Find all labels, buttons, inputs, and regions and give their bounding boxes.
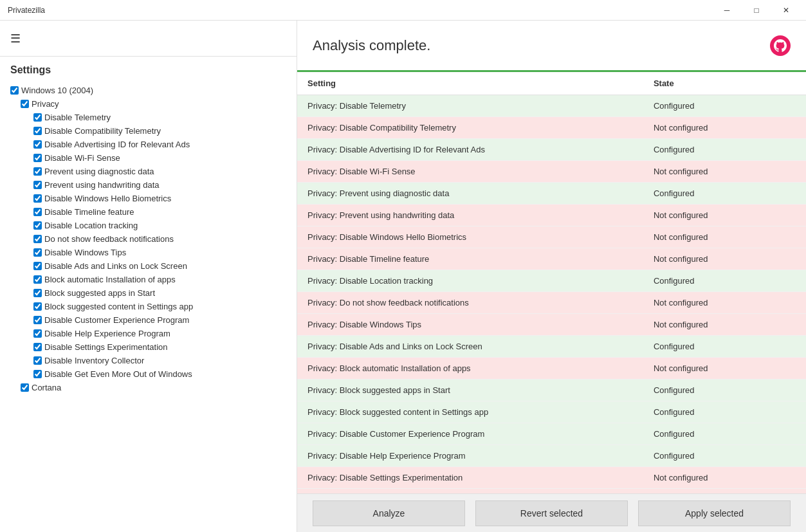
sidebar-item-label: Disable Telemetry <box>44 113 111 122</box>
title-bar: Privatezilla ─ □ ✕ <box>0 0 806 21</box>
table-row[interactable]: Privacy: Disable Advertising ID for Rele… <box>297 139 806 161</box>
sidebar-item[interactable]: Windows 10 (2004) <box>0 84 297 97</box>
analyze-button[interactable]: Analyze <box>313 500 465 526</box>
hamburger-icon[interactable]: ☰ <box>10 32 21 46</box>
maximize-button[interactable]: □ <box>742 0 771 21</box>
table-cell-setting: Privacy: Prevent using handwriting data <box>297 205 643 226</box>
bottom-bar: Analyze Revert selected Apply selected <box>297 493 806 532</box>
table-row[interactable]: Privacy: Do not show feedback notificati… <box>297 292 806 314</box>
sidebar-item[interactable]: Disable Inventory Collector <box>0 354 297 367</box>
sidebar-item[interactable]: Do not show feedback notifications <box>0 232 297 246</box>
main-header: Analysis complete. <box>297 21 806 72</box>
sidebar-item[interactable]: Block suggested apps in Start <box>0 286 297 300</box>
table-cell-state: Not configured <box>643 161 806 183</box>
sidebar-item[interactable]: Block automatic Installation of apps <box>0 273 297 286</box>
sidebar-item[interactable]: Disable Compatibility Telemetry <box>0 124 297 138</box>
table-row[interactable]: Privacy: Disable Inventory CollectorNot … <box>297 489 806 494</box>
table-row[interactable]: Privacy: Disable Compatibility Telemetry… <box>297 117 806 139</box>
table-cell-state: Not configured <box>643 489 806 494</box>
sidebar-item-label: Disable Compatibility Telemetry <box>44 126 161 136</box>
sidebar-item[interactable]: Disable Ads and Links on Lock Screen <box>0 259 297 273</box>
sidebar-item-label: Windows 10 (2004) <box>21 86 93 95</box>
table-cell-setting: Privacy: Disable Settings Experimentatio… <box>297 467 643 489</box>
table-cell-setting: Privacy: Disable Customer Experience Pro… <box>297 423 643 445</box>
window-title: Privatezilla <box>5 6 712 15</box>
close-button[interactable]: ✕ <box>771 0 801 21</box>
sidebar-item-label: Disable Advertising ID for Relevant Ads <box>44 140 190 149</box>
sidebar-item-label: Disable Windows Tips <box>44 248 126 257</box>
sidebar-item-label: Prevent using diagnostic data <box>44 167 154 176</box>
table-cell-state: Not configured <box>643 314 806 336</box>
sidebar-item-label: Disable Wi-Fi Sense <box>44 153 120 163</box>
table-cell-state: Configured <box>643 139 806 161</box>
table-row[interactable]: Privacy: Disable Ads and Links on Lock S… <box>297 336 806 358</box>
table-row[interactable]: Privacy: Disable Help Experience Program… <box>297 445 806 467</box>
sidebar-item[interactable]: Disable Advertising ID for Relevant Ads <box>0 138 297 151</box>
table-row[interactable]: Privacy: Disable Settings Experimentatio… <box>297 467 806 489</box>
table-cell-state: Configured <box>643 445 806 467</box>
github-icon[interactable] <box>770 35 791 56</box>
apply-button[interactable]: Apply selected <box>638 500 791 526</box>
window-controls: ─ □ ✕ <box>712 0 801 21</box>
table-row[interactable]: Privacy: Disable Windows TipsNot configu… <box>297 314 806 336</box>
table-cell-state: Configured <box>643 423 806 445</box>
sidebar-item-label: Disable Customer Experience Program <box>44 315 189 325</box>
sidebar-item[interactable]: Prevent using diagnostic data <box>0 165 297 178</box>
sidebar-item-label: Disable Ads and Links on Lock Screen <box>44 261 187 271</box>
table-cell-state: Not configured <box>643 248 806 270</box>
table-cell-setting: Privacy: Disable Ads and Links on Lock S… <box>297 336 643 358</box>
sidebar-item[interactable]: Privacy <box>0 97 297 111</box>
table-row[interactable]: Privacy: Disable Customer Experience Pro… <box>297 423 806 445</box>
revert-button[interactable]: Revert selected <box>475 500 628 526</box>
table-row[interactable]: Privacy: Block suggested content in Sett… <box>297 401 806 423</box>
table-cell-state: Not configured <box>643 117 806 139</box>
table-row[interactable]: Privacy: Disable Location trackingConfig… <box>297 270 806 292</box>
sidebar-tree[interactable]: Windows 10 (2004)PrivacyDisable Telemetr… <box>0 81 297 532</box>
table-cell-setting: Privacy: Disable Advertising ID for Rele… <box>297 139 643 161</box>
sidebar-item[interactable]: Disable Get Even More Out of Windows <box>0 367 297 381</box>
sidebar-item[interactable]: Prevent using handwriting data <box>0 178 297 192</box>
sidebar-item[interactable]: Disable Timeline feature <box>0 205 297 219</box>
content-area: ☰ Settings Windows 10 (2004)PrivacyDisab… <box>0 21 806 532</box>
table-row[interactable]: Privacy: Disable Timeline featureNot con… <box>297 248 806 270</box>
sidebar-item-label: Disable Timeline feature <box>44 207 134 217</box>
sidebar-item[interactable]: Disable Settings Experimentation <box>0 340 297 354</box>
minimize-button[interactable]: ─ <box>712 0 742 21</box>
sidebar-item[interactable]: Cortana <box>0 381 297 394</box>
table-cell-state: Configured <box>643 95 806 117</box>
results-table-container[interactable]: Setting State Privacy: Disable Telemetry… <box>297 72 806 493</box>
table-cell-state: Configured <box>643 270 806 292</box>
table-cell-setting: Privacy: Disable Help Experience Program <box>297 445 643 467</box>
sidebar-item[interactable]: Block suggested content in Settings app <box>0 300 297 313</box>
analysis-title: Analysis complete. <box>313 37 430 54</box>
table-row[interactable]: Privacy: Prevent using diagnostic dataCo… <box>297 183 806 205</box>
sidebar-item[interactable]: Disable Help Experience Program <box>0 327 297 340</box>
table-row[interactable]: Privacy: Disable Windows Hello Biometric… <box>297 226 806 248</box>
table-cell-state: Configured <box>643 336 806 358</box>
table-row[interactable]: Privacy: Disable TelemetryConfigured <box>297 95 806 117</box>
table-cell-setting: Privacy: Do not show feedback notificati… <box>297 292 643 314</box>
table-cell-setting: Privacy: Disable Windows Tips <box>297 314 643 336</box>
table-row[interactable]: Privacy: Prevent using handwriting dataN… <box>297 205 806 226</box>
sidebar-item[interactable]: Disable Telemetry <box>0 111 297 124</box>
table-cell-setting: Privacy: Disable Timeline feature <box>297 248 643 270</box>
table-row[interactable]: Privacy: Block automatic Installation of… <box>297 358 806 380</box>
table-cell-setting: Privacy: Disable Wi-Fi Sense <box>297 161 643 183</box>
table-row[interactable]: Privacy: Block suggested apps in StartCo… <box>297 380 806 401</box>
sidebar-item-label: Disable Windows Hello Biometrics <box>44 194 171 203</box>
sidebar-item[interactable]: Disable Customer Experience Program <box>0 313 297 327</box>
sidebar-item-label: Block suggested apps in Start <box>44 288 155 298</box>
table-cell-setting: Privacy: Disable Telemetry <box>297 95 643 117</box>
sidebar-item[interactable]: Disable Windows Hello Biometrics <box>0 192 297 205</box>
table-cell-state: Configured <box>643 401 806 423</box>
table-row[interactable]: Privacy: Disable Wi-Fi SenseNot configur… <box>297 161 806 183</box>
table-cell-setting: Privacy: Prevent using diagnostic data <box>297 183 643 205</box>
sidebar-item[interactable]: Disable Windows Tips <box>0 246 297 259</box>
sidebar-item-label: Do not show feedback notifications <box>44 234 174 244</box>
table-cell-setting: Privacy: Disable Location tracking <box>297 270 643 292</box>
results-table: Setting State Privacy: Disable Telemetry… <box>297 72 806 493</box>
table-cell-state: Not configured <box>643 358 806 380</box>
sidebar-item[interactable]: Disable Wi-Fi Sense <box>0 151 297 165</box>
sidebar-item[interactable]: Disable Location tracking <box>0 219 297 232</box>
col-state-header: State <box>643 72 806 95</box>
